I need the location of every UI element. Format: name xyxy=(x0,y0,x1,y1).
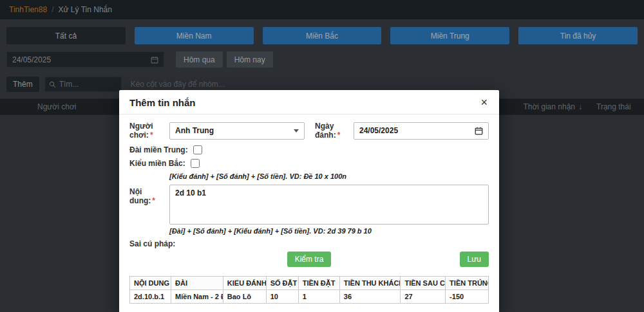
col-numbers: SỐ ĐẶT xyxy=(266,277,298,290)
chevron-down-icon xyxy=(294,129,299,133)
modal-title: Thêm tin nhắn xyxy=(129,97,196,108)
content-row: Nội dung:* 2d 10 b1 xyxy=(129,185,489,225)
table-header-row: NỘI DUNG ĐÀI KIỂU ĐÁNH SỐ ĐẶT TIỀN ĐẶT T… xyxy=(130,277,489,290)
modal-body: Người chơi:* Anh Trung Ngày đánh:* 24/05… xyxy=(119,115,499,312)
content-label: Nội dung:* xyxy=(129,185,169,205)
modal-actions: Kiểm tra Lưu xyxy=(129,251,489,268)
central-station-label: Đài miền Trung: xyxy=(129,145,188,154)
cell-after-commission: 27 xyxy=(401,290,446,304)
cell-content: 2d.10.b.1 xyxy=(130,290,171,304)
play-date-label: Ngày đánh:* xyxy=(315,122,354,140)
north-style-row: Kiểu miền Bắc: xyxy=(129,159,489,168)
central-station-checkbox[interactable] xyxy=(193,145,202,154)
player-date-row: Người chơi:* Anh Trung Ngày đánh:* 24/05… xyxy=(129,122,489,140)
north-syntax-hint: [Kiểu đánh] + [Số đánh] + [Số tiền]. VD:… xyxy=(169,172,489,180)
content-textarea[interactable]: 2d 10 b1 xyxy=(169,185,489,225)
player-select[interactable]: Anh Trung xyxy=(169,122,305,140)
check-button[interactable]: Kiểm tra xyxy=(287,252,332,267)
table-row: 2d.10.b.1 Miền Nam - 2 Đài Bao Lô 10 1 3… xyxy=(130,290,489,304)
player-label: Người chơi:* xyxy=(129,122,169,140)
cell-numbers: 10 xyxy=(266,290,298,304)
required-mark: * xyxy=(152,196,155,205)
close-icon[interactable]: × xyxy=(479,96,489,108)
play-date-input[interactable]: 24/05/2025 xyxy=(354,122,489,140)
add-message-modal: Thêm tin nhắn × Người chơi:* Anh Trung N… xyxy=(119,90,499,312)
content-syntax-hint: [Đài] + [Số đánh] + [Kiểu đánh] + [Số ti… xyxy=(169,227,489,235)
cell-bet-type: Bao Lô xyxy=(223,290,266,304)
modal-header: Thêm tin nhắn × xyxy=(119,90,499,115)
col-collect: TIỀN THU KHÁCH xyxy=(339,277,401,290)
syntax-error-label: Sai cú pháp: xyxy=(129,239,489,248)
col-after-commission: TIỀN SAU CÔ xyxy=(401,277,446,290)
app-root: TinhTien88 / Xử Lý Tin Nhắn Tất cả Miền … xyxy=(0,0,644,312)
col-content: NỘI DUNG xyxy=(130,277,171,290)
calendar-icon[interactable] xyxy=(475,127,483,135)
parsed-bets-table: NỘI DUNG ĐÀI KIỂU ĐÁNH SỐ ĐẶT TIỀN ĐẶT T… xyxy=(129,276,489,304)
cell-win: -150 xyxy=(446,290,489,304)
north-style-checkbox[interactable] xyxy=(191,159,200,168)
central-station-row: Đài miền Trung: xyxy=(129,145,489,154)
north-style-label: Kiểu miền Bắc: xyxy=(129,159,185,168)
required-mark: * xyxy=(337,131,341,140)
required-mark: * xyxy=(150,131,153,140)
player-select-value: Anh Trung xyxy=(175,126,214,135)
col-win: TIỀN TRÚNG xyxy=(446,277,489,290)
col-bet-type: KIỂU ĐÁNH xyxy=(223,277,266,290)
col-station: ĐÀI xyxy=(171,277,223,290)
cell-stake: 1 xyxy=(298,290,339,304)
col-stake: TIỀN ĐẶT xyxy=(298,277,339,290)
cell-station: Miền Nam - 2 Đài xyxy=(171,290,223,304)
save-button[interactable]: Lưu xyxy=(460,252,489,267)
cell-collect: 36 xyxy=(339,290,401,304)
play-date-value: 24/05/2025 xyxy=(359,126,398,135)
